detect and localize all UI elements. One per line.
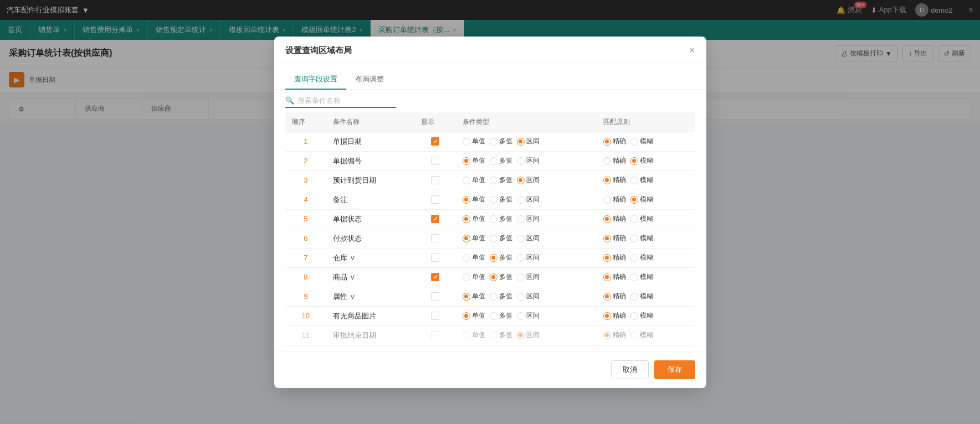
- th-display: 显示: [414, 112, 456, 126]
- dialog-header: 设置查询区域布局 ×: [274, 37, 706, 63]
- th-name: 条件名称: [326, 112, 414, 126]
- modal-overlay: 设置查询区域布局 × 查询字段设置 布局调整 🔍 顺序: [0, 0, 980, 125]
- dialog-tabs: 查询字段设置 布局调整: [274, 63, 706, 90]
- dialog-close-button[interactable]: ×: [689, 45, 695, 55]
- search-input[interactable]: [297, 96, 386, 105]
- tab-layout[interactable]: 布局调整: [346, 70, 393, 90]
- search-icon: 🔍: [285, 96, 294, 105]
- tab-query-fields[interactable]: 查询字段设置: [285, 70, 346, 90]
- th-type: 条件类型: [456, 112, 597, 126]
- dialog-search-section: 🔍: [274, 90, 706, 112]
- search-wrapper: 🔍: [285, 96, 396, 108]
- dialog-table-container: 顺序 条件名称 显示 条件类型 匹配原则 1单据日期 单值 多值 区间: [285, 112, 695, 126]
- conditions-table: 顺序 条件名称 显示 条件类型 匹配原则 1单据日期 单值 多值 区间: [285, 112, 695, 126]
- th-order: 顺序: [285, 112, 327, 126]
- th-match: 匹配原则: [597, 112, 695, 126]
- dialog: 设置查询区域布局 × 查询字段设置 布局调整 🔍 顺序: [274, 37, 706, 126]
- dialog-title: 设置查询区域布局: [285, 45, 352, 56]
